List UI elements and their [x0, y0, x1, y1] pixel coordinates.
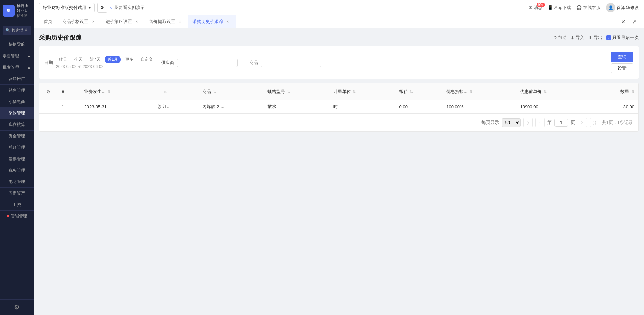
demo-button[interactable]: ○ 我要看实例演示 — [110, 5, 145, 11]
data-table: ⚙ # 业务发生... ⇅ ... ⇅ 商品 ⇅ — [39, 83, 638, 113]
messages-button[interactable]: ✉ 消息 99+ — [529, 5, 542, 11]
page-number-input[interactable] — [554, 119, 568, 127]
sidebar-item-salary[interactable]: 工资 — [0, 199, 34, 211]
date-btn-today[interactable]: 今天 — [71, 56, 85, 63]
tab-product-price[interactable]: 商品价格设置 × — [58, 15, 101, 28]
cell-settings — [39, 100, 58, 113]
col-unit[interactable]: 计量单位 ⇅ — [329, 83, 395, 100]
sidebar-item-finance[interactable]: 资金管理 — [0, 131, 34, 142]
date-btn-yesterday[interactable]: 昨天 — [56, 56, 70, 63]
tabs-close-button[interactable]: ✕ — [618, 17, 628, 27]
sidebar-item-tax[interactable]: 税务管理 — [0, 165, 34, 176]
sort-icon: ⇅ — [353, 90, 356, 94]
col-settings-icon[interactable]: ⚙ — [43, 86, 53, 97]
sidebar-item-fixed-assets[interactable]: 固定资产 — [0, 188, 34, 199]
tabs-bar: 首页 商品价格设置 × 进价策略设置 × 售价提取设置 × 采购历史价跟踪 × … — [34, 15, 644, 28]
cell-discount-pct: 100.00% — [442, 100, 516, 113]
page-first-button[interactable]: ⟨⟨ — [523, 118, 533, 127]
tab-close-purchase-history[interactable]: × — [225, 19, 230, 24]
col-date[interactable]: 业务发生... ⇅ — [80, 83, 154, 100]
arrow-icon: ▲ — [27, 65, 31, 70]
sidebar-item-ledger[interactable]: 总账管理 — [0, 142, 34, 153]
date-range-display: 2023-05-02 至 2023-06-02 — [56, 64, 156, 70]
date-btn-1month[interactable]: 近1月 — [105, 56, 121, 63]
sort-icon: ⇅ — [213, 90, 216, 94]
tab-purchase-strategy[interactable]: 进价策略设置 × — [101, 15, 144, 28]
sidebar-item-smart[interactable]: 智能管理 — [0, 211, 34, 222]
sidebar-item-sales[interactable]: 销售管理 — [0, 85, 34, 96]
online-service-button[interactable]: 🎧 在线客服 — [576, 5, 601, 11]
page-next-button[interactable]: ﹥ — [578, 118, 587, 127]
version-selector[interactable]: 好业财标准版交付试用 ▾ — [39, 3, 95, 12]
sidebar-item-purchase[interactable]: 采购管理 — [0, 108, 34, 119]
page-last-button[interactable]: ⟩⟩ — [590, 118, 599, 127]
sidebar-item-retail[interactable]: 零售管理 ▲ — [0, 50, 34, 62]
cell-date: 2023-05-31 — [80, 100, 154, 113]
sidebar-settings-area: ⚙ — [0, 299, 34, 315]
user-area[interactable]: 👤 徐泽华修改 — [606, 3, 639, 12]
date-btn-custom[interactable]: 自定义 — [138, 56, 156, 63]
tab-purchase-history[interactable]: 采购历史价跟踪 × — [188, 15, 236, 28]
chevron-down-icon: ▾ — [88, 5, 91, 10]
product-dots[interactable]: ... — [324, 60, 328, 65]
cell-discount-price: 10900.00 — [516, 100, 591, 113]
sidebar: 财 畅捷通好业财 标准版 🔍 搜索菜单 快捷导航 零售管理 ▲ 批发管理 ▲ 营… — [0, 0, 34, 315]
help-button[interactable]: ? 帮助 — [554, 35, 567, 41]
topbar-settings-button[interactable]: ⚙ — [97, 3, 107, 13]
col-discount-pct[interactable]: 优惠折扣... ⇅ — [442, 83, 516, 100]
topbar: 好业财标准版交付试用 ▾ ⚙ ○ 我要看实例演示 ✉ 消息 99+ 📱 App下… — [34, 0, 644, 15]
cell-product: 丙烯酸-2-... — [198, 100, 263, 113]
only-last-checkbox[interactable]: 只看最后一次 — [606, 35, 639, 41]
col-spec[interactable]: 规格型号 ⇅ — [263, 83, 329, 100]
page-label: 第 — [547, 119, 552, 126]
page-size-select[interactable]: 50 10 20 100 — [502, 118, 521, 127]
supplier-input[interactable] — [177, 59, 238, 67]
col-quantity[interactable]: 数量 ⇅ — [591, 83, 638, 100]
filter-settings-button[interactable]: 设置 — [611, 63, 633, 73]
sidebar-search-area: 🔍 搜索菜单 — [0, 22, 34, 39]
sidebar-item-wholesale[interactable]: 批发管理 ▲ — [0, 62, 34, 73]
logo-subtitle: 标准版 — [17, 14, 31, 19]
product-input[interactable] — [261, 59, 321, 67]
col-settings: ⚙ — [39, 83, 58, 100]
export-button[interactable]: ⬆ 导出 — [588, 35, 602, 41]
sidebar-item-ecommerce-small[interactable]: 小畅电商 — [0, 96, 34, 108]
date-btn-more[interactable]: 更多 — [122, 56, 136, 63]
tab-close-product-price[interactable]: × — [91, 19, 96, 24]
supplier-dots[interactable]: ... — [240, 60, 244, 65]
import-button[interactable]: ⬇ 导入 — [571, 35, 584, 41]
date-filter-label: 日期 — [44, 60, 53, 66]
sidebar-item-invoice[interactable]: 发票管理 — [0, 153, 34, 165]
sort-icon: ⇅ — [469, 90, 472, 94]
col-product[interactable]: 商品 ⇅ — [198, 83, 263, 100]
version-label: 好业财标准版交付试用 — [43, 5, 86, 11]
page-prev-button[interactable]: ﹤ — [535, 118, 545, 127]
sidebar-item-inventory[interactable]: 库存核算 — [0, 119, 34, 131]
col-discount-price[interactable]: 优惠前单价 ⇅ — [516, 83, 591, 100]
product-filter-group: 商品 ... — [249, 59, 328, 67]
filter-actions: 查询 设置 — [611, 52, 633, 73]
app-download-button[interactable]: 📱 App下载 — [548, 5, 571, 11]
query-button[interactable]: 查询 — [611, 52, 633, 62]
sidebar-item-ecommerce[interactable]: 电商管理 — [0, 176, 34, 188]
sidebar-item-quick-nav[interactable]: 快捷导航 — [0, 39, 34, 50]
settings-icon[interactable]: ⚙ — [14, 304, 20, 311]
checkbox-icon — [606, 35, 611, 40]
sidebar-item-marketing[interactable]: 营销推广 — [0, 73, 34, 85]
date-btn-7days[interactable]: 近7天 — [87, 56, 103, 63]
sort-icon: ⇅ — [287, 90, 290, 94]
col-price[interactable]: 报价 ⇅ — [395, 83, 442, 100]
tabs-expand-button[interactable]: ⤢ — [629, 17, 639, 27]
tab-home[interactable]: 首页 — [39, 15, 58, 28]
total-info: 共1页，1条记录 — [602, 119, 633, 126]
tab-sale-price[interactable]: 售价提取设置 × — [144, 15, 188, 28]
user-name: 徐泽华修改 — [617, 5, 639, 11]
table-row: 1 2023-05-31 浙江... 丙烯酸-2-... 散水 吨 0.00 1… — [39, 100, 638, 113]
col-extra[interactable]: ... ⇅ — [154, 83, 198, 100]
table-header-row: ⚙ # 业务发生... ⇅ ... ⇅ 商品 ⇅ — [39, 83, 638, 100]
search-menu-button[interactable]: 🔍 搜索菜单 — [3, 26, 31, 35]
date-buttons: 昨天 今天 近7天 近1月 更多 自定义 — [56, 56, 156, 63]
page-size-label: 每页显示 — [481, 119, 499, 126]
tab-close-purchase-strategy[interactable]: × — [134, 19, 139, 24]
tab-close-sale-price[interactable]: × — [177, 19, 183, 24]
